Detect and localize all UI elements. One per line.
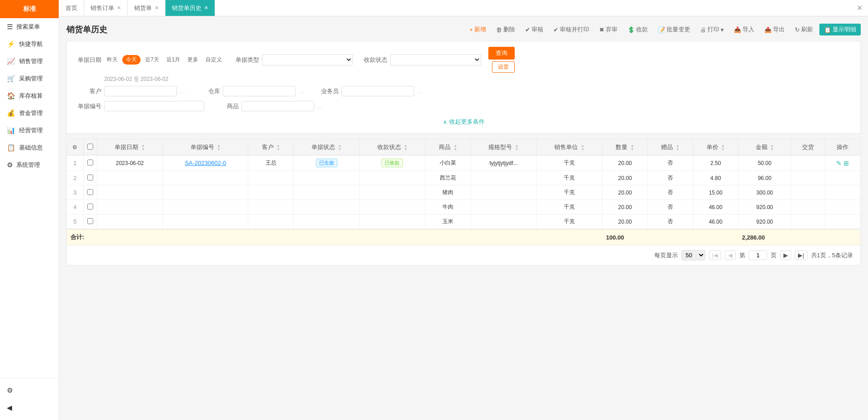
- detail-action-icon[interactable]: ⊞: [843, 160, 849, 167]
- batch-change-icon: 📝: [658, 26, 665, 33]
- sidebar-item-ops-mgmt[interactable]: 📊 经营管理: [0, 122, 59, 139]
- setup-button[interactable]: 设置: [492, 61, 515, 73]
- col-spec-type[interactable]: 规格型号 ▲▼: [471, 140, 537, 155]
- row-doc-status: 已生效: [294, 155, 360, 171]
- row-doc-no-link[interactable]: SA-20230602-0: [185, 160, 226, 166]
- collect-status-select[interactable]: [390, 54, 481, 65]
- next-page-button[interactable]: ▶: [780, 250, 791, 260]
- collect-icon: 💲: [627, 26, 635, 33]
- customer-input[interactable]: [104, 86, 177, 96]
- row-checkbox-1[interactable]: [87, 175, 93, 180]
- row-checkbox-3[interactable]: [87, 204, 93, 210]
- row-actions[interactable]: ✎ ⊞: [825, 155, 860, 171]
- table-row: 2西兰花千克20.00否4.8096.00: [67, 171, 860, 185]
- col-collect-status[interactable]: 收款状态 ▲▼: [359, 140, 425, 155]
- salesperson-dots[interactable]: …: [417, 88, 423, 95]
- refresh-button[interactable]: ↻ 刷新: [791, 24, 817, 35]
- row-gift: 否: [647, 171, 693, 185]
- print-button[interactable]: 🖨 打印 ▾: [697, 24, 728, 35]
- summary-total-quantity: 100.00: [602, 229, 648, 245]
- product-input[interactable]: [241, 101, 314, 111]
- warehouse-dots[interactable]: …: [298, 88, 304, 95]
- sidebar-item-quick-nav[interactable]: ⚡ 快捷导航: [0, 35, 59, 53]
- collapse-button[interactable]: ∧ 收起更多条件: [441, 116, 487, 128]
- row-checkbox-0[interactable]: [87, 160, 93, 165]
- filter-group-doc-no: 单据编号: [74, 101, 204, 111]
- tab-sales-goods-close[interactable]: ✕: [155, 5, 159, 11]
- date-shortcut-today[interactable]: 今天: [122, 55, 140, 65]
- abandon-button[interactable]: ✖ 弃审: [596, 24, 621, 35]
- date-shortcut-1month[interactable]: 近1月: [164, 55, 183, 65]
- tab-sales-order-close[interactable]: ✕: [117, 5, 121, 11]
- row-checkbox: [83, 185, 97, 200]
- edit-action-icon[interactable]: ✎: [836, 160, 842, 167]
- row-doc-no[interactable]: [163, 200, 248, 215]
- tab-sales-order[interactable]: 销售订单 ✕: [84, 0, 128, 16]
- export-button[interactable]: 📤 导出: [761, 24, 788, 35]
- last-page-button[interactable]: ▶|: [795, 250, 807, 260]
- filter-collapse-row: ∧ 收起更多条件: [74, 116, 853, 128]
- tab-home[interactable]: 首页: [59, 0, 84, 16]
- col-amount[interactable]: 金额 ▲▼: [738, 140, 791, 155]
- tab-sales-goods[interactable]: 销货单 ✕: [128, 0, 166, 16]
- sidebar-item-search-menu[interactable]: ☰ 搜索菜单: [0, 18, 59, 35]
- col-quantity[interactable]: 数量 ▲▼: [602, 140, 648, 155]
- col-doc-status[interactable]: 单据状态 ▲▼: [294, 140, 360, 155]
- customer-dots[interactable]: …: [180, 88, 186, 95]
- col-gift[interactable]: 赠品 ▲▼: [647, 140, 693, 155]
- date-shortcut-7days[interactable]: 近7天: [142, 55, 162, 65]
- warehouse-input[interactable]: [223, 86, 296, 96]
- row-doc-no[interactable]: [163, 171, 248, 185]
- sidebar-collapse[interactable]: ◀: [0, 399, 59, 416]
- select-all-checkbox[interactable]: [87, 144, 93, 150]
- col-sales-unit[interactable]: 销售单位 ▲▼: [537, 140, 602, 155]
- query-button[interactable]: 查询: [488, 47, 515, 60]
- col-product-label: 商品: [439, 144, 451, 150]
- close-all-tabs[interactable]: ✕: [851, 4, 868, 12]
- new-button[interactable]: + 新增: [466, 24, 490, 35]
- date-shortcut-custom[interactable]: 自定义: [203, 55, 225, 65]
- col-product[interactable]: 商品 ▲▼: [425, 140, 471, 155]
- row-doc-no[interactable]: [163, 215, 248, 230]
- sidebar-item-finance-mgmt[interactable]: 💰 资金管理: [0, 105, 59, 122]
- audit-button[interactable]: ✔ 审核: [522, 24, 547, 35]
- row-doc-no[interactable]: [163, 185, 248, 200]
- doc-no-input[interactable]: [104, 101, 204, 111]
- date-shortcut-yesterday[interactable]: 昨天: [104, 55, 120, 65]
- sidebar-bottom-settings[interactable]: ⚙: [0, 382, 59, 399]
- batch-change-button[interactable]: 📝 批量变更: [654, 24, 694, 35]
- doc-type-select[interactable]: [262, 54, 353, 65]
- page-input[interactable]: 1: [749, 250, 767, 260]
- show-detail-button[interactable]: 📋 显示明细: [819, 24, 861, 35]
- prev-page-button[interactable]: ◀: [725, 250, 736, 260]
- col-doc-date[interactable]: 单据日期 ▲▼: [97, 140, 163, 155]
- salesperson-input[interactable]: [341, 86, 414, 96]
- first-page-button[interactable]: |◀: [709, 250, 721, 260]
- ops-mgmt-icon: 📊: [7, 126, 15, 135]
- sidebar-item-purchase-mgmt[interactable]: 🛒 采购管理: [0, 70, 59, 87]
- date-shortcut-more[interactable]: 更多: [185, 55, 201, 65]
- row-checkbox-4[interactable]: [87, 218, 93, 224]
- per-page-select[interactable]: 50 100: [682, 250, 705, 260]
- import-button[interactable]: 📥 导入: [730, 24, 758, 35]
- col-customer[interactable]: 客户 ▲▼: [248, 140, 294, 155]
- sidebar-item-inventory-calc[interactable]: 🏠 库存核算: [0, 87, 59, 105]
- sidebar-item-system-mgmt[interactable]: ⚙ 系统管理: [0, 156, 59, 174]
- col-gear[interactable]: ⚙: [67, 140, 83, 155]
- row-doc-no[interactable]: SA-20230602-0: [163, 155, 248, 171]
- row-checkbox-2[interactable]: [87, 189, 93, 195]
- col-customer-label: 客户: [262, 144, 274, 150]
- col-unit-price[interactable]: 单价 ▲▼: [693, 140, 738, 155]
- tab-sales-history[interactable]: 销货单历史 ✕: [166, 0, 215, 16]
- collect-button[interactable]: 💲 收款: [624, 24, 652, 35]
- col-doc-no[interactable]: 单据编号 ▲▼: [163, 140, 248, 155]
- sort-icon-spec-type: ▲▼: [515, 144, 519, 151]
- tab-sales-history-close[interactable]: ✕: [204, 5, 208, 11]
- product-dots[interactable]: …: [317, 103, 323, 110]
- sidebar-item-sales-mgmt[interactable]: 📈 销售管理: [0, 53, 59, 70]
- tab-sales-order-label: 销售订单: [90, 4, 114, 12]
- export-icon: 📤: [764, 26, 772, 33]
- sidebar-item-basic-info[interactable]: 📋 基础信息: [0, 139, 59, 156]
- audit-print-button[interactable]: ✔ 审核并打印: [550, 24, 593, 35]
- delete-button[interactable]: 🗑 删除: [492, 24, 519, 35]
